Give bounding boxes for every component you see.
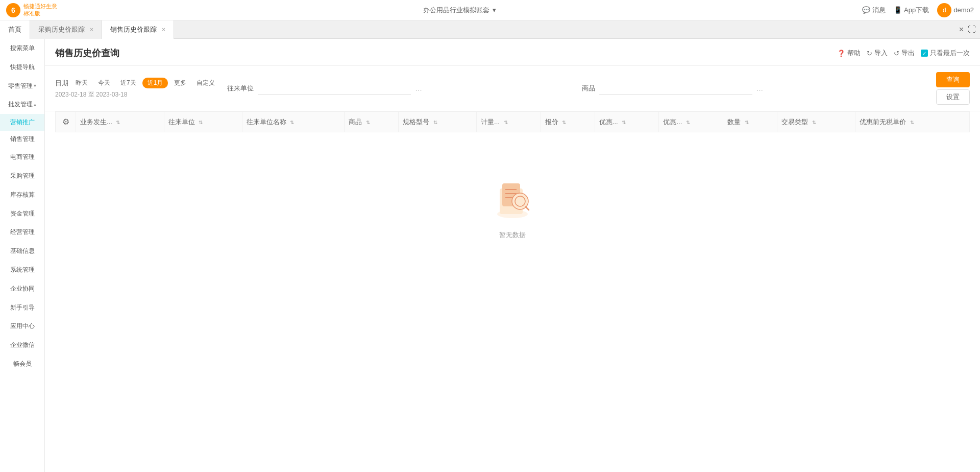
tab-purchase-history[interactable]: 采购历史价跟踪 × <box>30 20 102 39</box>
tab-sales-history[interactable]: 销售历史价跟踪 × <box>102 20 174 39</box>
sort-spec-icon[interactable]: ⇅ <box>433 120 437 125</box>
sort-partner-code-icon[interactable]: ⇅ <box>199 120 203 125</box>
logo-area: 6 畅捷通好生意 标准版 <box>6 3 57 17</box>
message-nav[interactable]: 💬 消息 <box>862 6 886 15</box>
settings-button[interactable]: 设置 <box>936 89 970 105</box>
sidebar-item-search[interactable]: 搜索菜单 <box>0 39 44 58</box>
empty-text: 暂无数据 <box>499 230 526 240</box>
date-opt-1month[interactable]: 近1月 <box>142 78 168 88</box>
sort-quantity-icon[interactable]: ⇅ <box>745 120 749 125</box>
logo-icon: 6 <box>6 3 20 17</box>
wholesale-arrow-icon: ▴ <box>34 101 36 108</box>
sidebar-item-purchase[interactable]: 采购管理 <box>0 167 44 185</box>
partner-input[interactable] <box>258 82 411 95</box>
export-action[interactable]: ↺ 导出 <box>894 49 915 58</box>
close-all-tabs-button[interactable]: × <box>959 25 964 34</box>
sidebar-item-retail-label: 零售管理 <box>8 82 33 90</box>
svg-line-8 <box>526 207 529 210</box>
sidebar-item-inventory-label: 库存核算 <box>10 191 35 198</box>
sort-pretax-price-icon[interactable]: ⇅ <box>910 120 914 125</box>
tabbar: 首页 采购历史价跟踪 × 销售历史价跟踪 × × ⛶ <box>0 20 980 39</box>
product-label: 商品 <box>582 84 595 93</box>
help-icon: ❓ <box>837 50 845 57</box>
export-icon: ↺ <box>894 50 899 57</box>
sidebar-item-enterprise[interactable]: 企业协同 <box>0 279 44 298</box>
th-pretax-price: 优惠前无税单价 ⇅ <box>855 112 970 132</box>
date-opt-7days[interactable]: 近7天 <box>116 78 140 88</box>
th-business-date: 业务发生... ⇅ <box>76 112 164 132</box>
sidebar-item-guide[interactable]: 新手引导 <box>0 298 44 317</box>
sidebar-item-member[interactable]: 畅会员 <box>0 355 44 373</box>
user-area[interactable]: d demo2 <box>937 3 974 17</box>
app-download-nav[interactable]: 📱 App下载 <box>894 6 929 15</box>
sidebar-item-quick-nav[interactable]: 快捷导航 <box>0 58 44 77</box>
sidebar-item-finance-label: 资金管理 <box>10 210 35 217</box>
sort-trade-type-icon[interactable]: ⇅ <box>812 120 816 125</box>
sidebar-item-sales-mgmt[interactable]: 销售管理 <box>0 131 44 148</box>
th-settings: ⚙ <box>56 112 76 132</box>
sort-discount2-icon[interactable]: ⇅ <box>686 120 690 125</box>
app-icon: 📱 <box>894 6 902 14</box>
partner-label: 往来单位 <box>227 84 254 93</box>
sidebar-item-system-label: 系统管理 <box>10 266 35 273</box>
th-quote-price: 报价 ⇅ <box>541 112 595 132</box>
product-dots[interactable]: ... <box>756 84 763 93</box>
column-settings-icon[interactable]: ⚙ <box>62 117 69 126</box>
tab-home[interactable]: 首页 <box>0 20 30 39</box>
th-spec: 规格型号 ⇅ <box>398 112 476 132</box>
sort-discount1-icon[interactable]: ⇅ <box>622 120 626 125</box>
only-last-checkbox-area[interactable]: ✓ 只看最后一次 <box>921 49 970 58</box>
search-button[interactable]: 查询 <box>936 72 970 87</box>
partner-dots[interactable]: ... <box>415 84 422 93</box>
empty-state: 暂无数据 <box>45 132 980 280</box>
sidebar-item-sales-mgmt-label: 销售管理 <box>10 135 35 143</box>
sidebar-item-wholesale[interactable]: 批发管理 ▴ <box>0 95 44 114</box>
sidebar-item-app-center[interactable]: 应用中心 <box>0 317 44 336</box>
sidebar-item-system[interactable]: 系统管理 <box>0 261 44 279</box>
sort-business-date-icon[interactable]: ⇅ <box>116 120 120 125</box>
date-opt-today[interactable]: 今天 <box>94 78 114 88</box>
th-quantity: 数量 ⇅ <box>723 112 777 132</box>
sidebar-item-basic-info[interactable]: 基础信息 <box>0 242 44 261</box>
page-title: 销售历史价查询 <box>55 47 119 59</box>
sidebar-item-inventory[interactable]: 库存核算 <box>0 185 44 204</box>
tab-sales-close[interactable]: × <box>162 26 165 33</box>
sort-quote-price-icon[interactable]: ⇅ <box>562 120 566 125</box>
th-discount1: 优惠... ⇅ <box>595 112 659 132</box>
sort-unit-icon[interactable]: ⇅ <box>504 120 508 125</box>
date-filter: 日期 昨天 今天 近7天 近1月 更多 自定义 2023-02-18 至 202… <box>55 78 219 99</box>
table-container: ⚙ 业务发生... ⇅ 往来单位 ⇅ 往来单位名称 ⇅ <box>45 111 980 132</box>
sidebar-item-marketing-label: 营销推广 <box>10 119 35 126</box>
date-opt-more[interactable]: 更多 <box>170 78 190 88</box>
sidebar-item-wholesale-label: 批发管理 <box>8 100 33 109</box>
sidebar-item-marketing[interactable]: 营销推广 <box>0 114 44 131</box>
sidebar-item-finance[interactable]: 资金管理 <box>0 204 44 223</box>
sidebar-item-ecommerce[interactable]: 电商管理 <box>0 148 44 167</box>
date-opt-custom[interactable]: 自定义 <box>192 78 219 88</box>
product-input[interactable] <box>599 82 752 95</box>
topbar-left: 6 畅捷通好生意 标准版 <box>6 3 57 17</box>
sidebar-item-wechat[interactable]: 企业微信 <box>0 336 44 355</box>
sidebar-item-business[interactable]: 经营管理 <box>0 223 44 242</box>
maximize-button[interactable]: ⛶ <box>968 25 976 34</box>
tab-purchase-close[interactable]: × <box>90 26 93 33</box>
sidebar: 搜索菜单 快捷导航 零售管理 ▾ 批发管理 ▴ 营销推广 销售管理 电商管理 采… <box>0 39 45 472</box>
topbar: 6 畅捷通好生意 标准版 办公用品行业模拟账套 ▾ 💬 消息 📱 App下载 d… <box>0 0 980 20</box>
help-action[interactable]: ❓ 帮助 <box>837 49 861 58</box>
page-header: 销售历史价查询 ❓ 帮助 ↻ 导入 ↺ 导出 ✓ 只看最后一次 <box>45 39 980 66</box>
import-action[interactable]: ↻ 导入 <box>867 49 888 58</box>
date-label: 日期 <box>55 79 68 88</box>
sidebar-item-guide-label: 新手引导 <box>10 304 35 311</box>
th-product: 商品 ⇅ <box>344 112 398 132</box>
topbar-right: 💬 消息 📱 App下载 d demo2 <box>862 3 974 17</box>
dropdown-icon[interactable]: ▾ <box>493 6 496 14</box>
sidebar-item-retail[interactable]: 零售管理 ▾ <box>0 77 44 96</box>
only-last-checkbox[interactable]: ✓ <box>921 50 928 57</box>
date-options: 昨天 今天 近7天 近1月 更多 自定义 <box>71 78 219 88</box>
sort-product-icon[interactable]: ⇅ <box>366 120 370 125</box>
th-trade-type: 交易类型 ⇅ <box>777 112 855 132</box>
data-table: ⚙ 业务发生... ⇅ 往来单位 ⇅ 往来单位名称 ⇅ <box>55 111 970 132</box>
sort-partner-name-icon[interactable]: ⇅ <box>290 120 294 125</box>
date-opt-yesterday[interactable]: 昨天 <box>71 78 92 88</box>
tabbar-actions: × ⛶ <box>959 25 980 34</box>
